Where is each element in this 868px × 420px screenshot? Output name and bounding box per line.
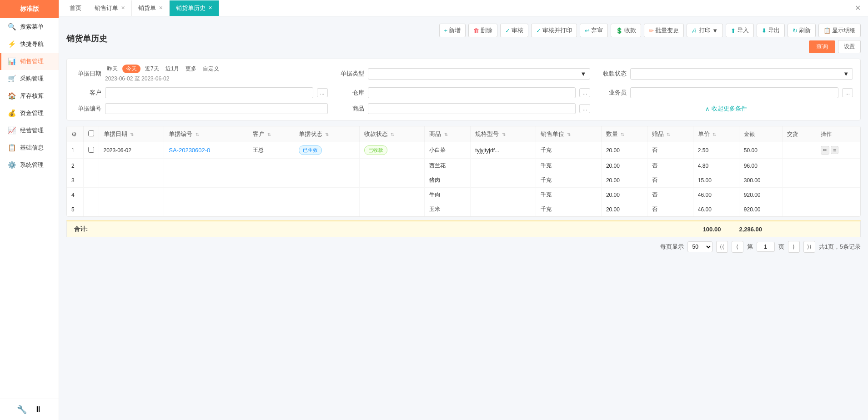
sidebar-item-inventory[interactable]: 🏠 库存核算 — [0, 87, 59, 105]
th-customer[interactable]: 客户 ⇅ — [248, 126, 294, 142]
shortcut-today[interactable]: 今天 — [122, 65, 140, 73]
prev-page-button[interactable]: ⟨ — [732, 241, 743, 253]
th-payment-status[interactable]: 收款状态 ⇅ — [359, 126, 425, 142]
collect-button[interactable]: 💲 收款 — [611, 24, 641, 37]
query-button[interactable]: 查询 — [809, 40, 835, 53]
sidebar-item-operations-mgmt[interactable]: 📈 经营管理 — [0, 122, 59, 139]
payment-status-select[interactable]: ▼ — [630, 68, 853, 80]
show-detail-button[interactable]: 📋 显示明细 — [818, 24, 861, 37]
shortcut-last1m[interactable]: 近1月 — [164, 65, 181, 73]
th-gear[interactable]: ⚙ — [67, 126, 83, 142]
shortcut-yesterday[interactable]: 昨天 — [105, 65, 120, 73]
cell-doc-status: 已生效 — [294, 142, 359, 159]
cell-quantity: 20.00 — [601, 173, 647, 188]
shortcut-last7[interactable]: 近7天 — [143, 65, 161, 73]
review-print-button[interactable]: ✓ 审核并打印 — [531, 24, 577, 37]
tab-close-sales-order[interactable]: ✕ — [121, 5, 125, 11]
payment-status-dropdown-icon: ▼ — [843, 70, 849, 77]
th-spec[interactable]: 规格型号 ⇅ — [471, 126, 536, 142]
shortcut-more[interactable]: 更多 — [184, 65, 198, 73]
basic-info-icon: 📋 — [8, 144, 16, 152]
sort-product-icon: ⇅ — [444, 132, 448, 137]
print-button[interactable]: 🖨 打印 ▼ — [687, 24, 723, 37]
cell-quantity: 20.00 — [601, 142, 647, 159]
last-page-button[interactable]: ⟩⟩ — [803, 241, 815, 253]
th-doc-date[interactable]: 单据日期 ⇅ — [99, 126, 164, 142]
warehouse-input[interactable] — [368, 87, 576, 98]
sidebar-item-finance-mgmt[interactable]: 💰 资金管理 — [0, 105, 59, 122]
page-number-input[interactable]: 1 — [757, 242, 775, 252]
tab-sales-delivery-history[interactable]: 销货单历史 ✕ — [170, 0, 219, 16]
th-unit-price[interactable]: 单价 ⇅ — [693, 126, 739, 142]
cell-trade — [782, 188, 816, 202]
th-quantity[interactable]: 数量 ⇅ — [601, 126, 647, 142]
shortcut-custom[interactable]: 自定义 — [201, 65, 221, 73]
sidebar-item-purchase-mgmt[interactable]: 🛒 采购管理 — [0, 70, 59, 87]
export-button[interactable]: ⬇ 导出 — [757, 24, 785, 37]
sort-doc-status-icon: ⇅ — [325, 132, 329, 137]
pause-icon[interactable]: ⏸ — [34, 405, 42, 415]
cell-payment-status — [359, 173, 425, 188]
more-action[interactable]: ≡ — [831, 146, 838, 154]
collapse-button[interactable]: ∧ 收起更多条件 — [703, 103, 749, 115]
sidebar-item-quick-nav[interactable]: ⚡ 快捷导航 — [0, 35, 59, 53]
refresh-button[interactable]: ↻ 刷新 — [788, 24, 816, 37]
batch-change-button[interactable]: ✏ 批量变更 — [644, 24, 684, 37]
customer-more-btn[interactable]: ... — [317, 88, 328, 97]
cell-payment-status — [359, 202, 425, 217]
table-header-row: ⚙ 单据日期 ⇅ 单据编号 ⇅ — [67, 126, 860, 142]
settings-bottom-icon[interactable]: 🔧 — [17, 405, 27, 415]
main-area: 首页 销售订单 ✕ 销货单 ✕ 销货单历史 ✕ ✕ 销货单历史 + 新增 — [59, 0, 868, 420]
sidebar-item-system-mgmt[interactable]: ⚙️ 系统管理 — [0, 156, 59, 174]
sidebar-item-label: 销售管理 — [20, 57, 44, 65]
doc-number-link[interactable]: SA-20230602-0 — [169, 147, 210, 154]
import-button[interactable]: ⬆ 导入 — [726, 24, 754, 37]
sidebar-item-sales-mgmt[interactable]: 📊 销售管理 — [0, 53, 59, 70]
total-quantity: 100.00 — [703, 226, 721, 233]
sidebar-item-search-menu[interactable]: 🔍 搜索菜单 — [0, 18, 59, 35]
filter-date: 单据日期 昨天 今天 近7天 近1月 更多 自定义 2023-06-02 至 2… — [74, 65, 328, 83]
warehouse-more-btn[interactable]: ... — [579, 88, 590, 97]
customer-input[interactable] — [105, 87, 313, 98]
money-icon: 💰 — [8, 109, 16, 117]
settings-button[interactable]: 设置 — [838, 40, 861, 53]
add-button[interactable]: + 新增 — [439, 24, 466, 37]
review-button[interactable]: ✓ 审核 — [500, 24, 528, 37]
cell-trade — [782, 159, 816, 173]
product-input[interactable] — [368, 103, 576, 114]
th-gift[interactable]: 赠品 ⇅ — [647, 126, 693, 142]
cell-doc-number — [164, 173, 248, 188]
tab-sales-order[interactable]: 销售订单 ✕ — [88, 0, 132, 16]
th-unit[interactable]: 销售单位 ⇅ — [536, 126, 602, 142]
staff-more-btn[interactable]: ... — [842, 88, 853, 97]
settings-icon: ⚙ — [71, 131, 77, 138]
sidebar-item-label: 系统管理 — [20, 161, 44, 169]
tab-home[interactable]: 首页 — [63, 0, 88, 16]
show-detail-icon: 📋 — [823, 27, 831, 34]
tab-sales-delivery[interactable]: 销货单 ✕ — [132, 0, 170, 16]
select-all-checkbox[interactable] — [88, 130, 94, 136]
tab-close-sales-delivery[interactable]: ✕ — [159, 5, 163, 11]
tab-close-sales-delivery-history[interactable]: ✕ — [208, 5, 212, 11]
cell-unit: 千克 — [536, 202, 602, 217]
first-page-button[interactable]: ⟨⟨ — [716, 241, 728, 253]
th-product[interactable]: 商品 ⇅ — [425, 126, 471, 142]
doc-number-input[interactable] — [105, 103, 328, 114]
abandon-button[interactable]: ↩ 弃审 — [580, 24, 608, 37]
page-header: 销货单历史 + 新增 🗑 删除 ✓ 审核 ✓ — [66, 24, 861, 53]
table-row: 3 猪肉 千克 20.00 否 15.00 300.00 — [67, 173, 860, 188]
staff-input[interactable] — [630, 87, 838, 98]
sidebar-item-basic-info[interactable]: 📋 基础信息 — [0, 139, 59, 156]
sidebar-item-label: 采购管理 — [20, 75, 44, 83]
th-doc-number[interactable]: 单据编号 ⇅ — [164, 126, 248, 142]
close-window-button[interactable]: ✕ — [851, 2, 864, 14]
doc-type-select[interactable]: ▼ — [368, 68, 591, 80]
page-size-select[interactable]: 50 100 200 — [687, 241, 712, 252]
edit-action[interactable]: ✏ — [821, 146, 829, 155]
th-doc-status[interactable]: 单据状态 ⇅ — [294, 126, 359, 142]
row-checkbox[interactable] — [88, 147, 94, 153]
product-more-btn[interactable]: ... — [579, 104, 590, 113]
delete-button[interactable]: 🗑 删除 — [468, 24, 497, 37]
table-row: 1 2023-06-02 SA-20230602-0 王总 已生效 已收款 小白… — [67, 142, 860, 159]
next-page-button[interactable]: ⟩ — [788, 241, 800, 253]
